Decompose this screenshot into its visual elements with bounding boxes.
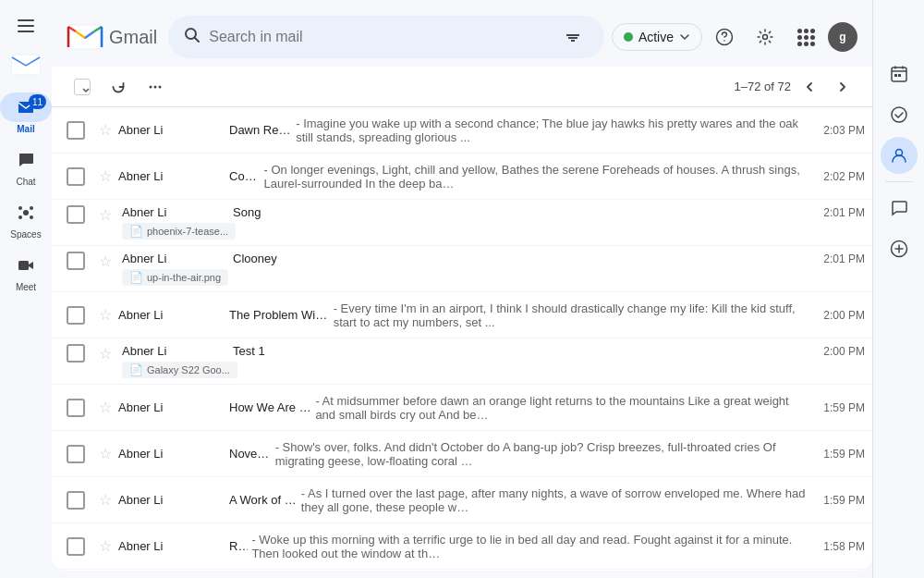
email-checkbox[interactable] bbox=[67, 205, 85, 224]
pagination-info: 1–72 of 72 bbox=[735, 80, 791, 93]
email-row[interactable]: ☆ Abner Li November - Show's over, folks… bbox=[52, 431, 872, 477]
attachment-name: up-in-the-air.png bbox=[147, 272, 221, 283]
email-row[interactable]: ☆ Abner Li A Work of Fiction - As I turn… bbox=[52, 477, 872, 523]
search-bar[interactable] bbox=[168, 16, 604, 58]
email-checkbox[interactable] bbox=[67, 121, 85, 140]
settings-button[interactable] bbox=[747, 18, 784, 55]
search-input[interactable] bbox=[209, 29, 556, 45]
email-row[interactable]: ☆ Abner Li Song 2:01 PM 📄 phoenix-7-teas… bbox=[52, 200, 872, 246]
refresh-button[interactable] bbox=[102, 70, 135, 104]
email-toolbar: 1–72 of 72 bbox=[52, 67, 872, 107]
svg-point-16 bbox=[154, 85, 157, 88]
chat-panel-icon[interactable] bbox=[881, 190, 918, 227]
svg-rect-20 bbox=[898, 74, 901, 77]
email-subject: Test 1 bbox=[233, 344, 265, 358]
email-subject: Dawn Revisited bbox=[229, 123, 292, 137]
star-button[interactable]: ☆ bbox=[96, 399, 115, 417]
email-checkbox[interactable] bbox=[67, 491, 85, 510]
svg-point-15 bbox=[150, 85, 152, 88]
star-button[interactable]: ☆ bbox=[96, 306, 115, 325]
avatar[interactable]: g bbox=[828, 22, 857, 52]
status-button[interactable]: Active bbox=[612, 23, 702, 51]
email-content: Coming - On longer evenings, Light, chil… bbox=[229, 163, 809, 191]
email-row[interactable]: ☆ Abner Li How We Are Spared - At midsum… bbox=[52, 385, 872, 431]
attachment-chip[interactable]: 📄 up-in-the-air.png bbox=[122, 269, 228, 286]
hamburger-button[interactable] bbox=[7, 7, 44, 44]
email-checkbox[interactable] bbox=[67, 399, 85, 417]
star-button[interactable]: ☆ bbox=[96, 537, 115, 556]
star-button[interactable]: ☆ bbox=[96, 445, 115, 463]
email-subject: A Work of Fiction bbox=[229, 493, 298, 507]
select-all-checkbox[interactable] bbox=[74, 79, 91, 95]
email-sender: Abner Li bbox=[122, 344, 233, 358]
sidebar-meet-label: Meet bbox=[16, 282, 36, 292]
calendar-icon[interactable] bbox=[881, 55, 918, 92]
attachment-chip[interactable]: 📄 phoenix-7-tease... bbox=[122, 223, 236, 240]
email-snippet: - As I turned over the last page, after … bbox=[301, 486, 809, 514]
sidebar-item-chat[interactable]: Chat bbox=[0, 141, 52, 191]
email-row[interactable]: ☆ Abner Li Clooney 2:01 PM 📄 up-in-the-a… bbox=[52, 246, 872, 292]
svg-point-13 bbox=[723, 40, 725, 42]
email-row[interactable]: ☆ Abner Li Coming - On longer evenings, … bbox=[52, 154, 872, 200]
apps-button[interactable] bbox=[787, 18, 824, 55]
attachment-area: 📄 phoenix-7-tease... bbox=[122, 221, 865, 240]
star-button[interactable]: ☆ bbox=[96, 491, 115, 510]
main-content: Gmail Active bbox=[52, 7, 872, 571]
email-body-top: Abner Li Test 1 2:00 PM bbox=[122, 344, 865, 358]
prev-page-button[interactable] bbox=[795, 72, 824, 102]
email-body: Abner Li Song 2:01 PM 📄 phoenix-7-tease.… bbox=[122, 205, 865, 240]
email-checkbox[interactable] bbox=[67, 167, 85, 186]
email-time: 2:00 PM bbox=[809, 345, 865, 358]
sidebar-item-spaces[interactable]: Spaces bbox=[0, 194, 52, 243]
attachment-name: phoenix-7-tease... bbox=[147, 226, 228, 237]
email-subject: How We Are Spared bbox=[229, 400, 311, 414]
help-button[interactable] bbox=[706, 18, 743, 55]
email-content: Clooney bbox=[233, 252, 809, 265]
svg-point-6 bbox=[30, 206, 33, 210]
email-subject: Coming bbox=[229, 169, 260, 183]
attachment-file-icon: 📄 bbox=[129, 225, 143, 238]
attachment-chip[interactable]: 📄 Galaxy S22 Goo... bbox=[122, 362, 237, 378]
star-button[interactable]: ☆ bbox=[96, 344, 115, 363]
email-content: A Work of Fiction - As I turned over the… bbox=[229, 486, 809, 514]
add-panel-button[interactable] bbox=[881, 230, 918, 267]
email-row[interactable]: ☆ Abner Li Rain - Woke up this morning w… bbox=[52, 523, 872, 570]
email-content: Rain - Woke up this morning with a terri… bbox=[229, 533, 809, 560]
email-row[interactable]: ☆ Abner Li Test 1 2:00 PM 📄 Galaxy S22 G… bbox=[52, 338, 872, 385]
svg-point-5 bbox=[18, 206, 22, 210]
svg-rect-19 bbox=[894, 74, 897, 77]
email-checkbox[interactable] bbox=[67, 306, 85, 325]
email-subject: Clooney bbox=[233, 252, 277, 265]
topbar: Gmail Active bbox=[52, 7, 872, 67]
email-checkbox[interactable] bbox=[67, 252, 85, 270]
email-row[interactable]: ☆ Abner Li The Problem With Travel - Eve… bbox=[52, 292, 872, 338]
next-page-button[interactable] bbox=[828, 72, 857, 102]
contacts-icon[interactable] bbox=[881, 137, 918, 174]
svg-point-4 bbox=[23, 210, 29, 215]
email-body-top: Abner Li Song 2:01 PM bbox=[122, 205, 865, 219]
more-options-button[interactable] bbox=[139, 70, 172, 104]
sidebar-item-meet[interactable]: Meet bbox=[0, 247, 52, 296]
email-checkbox[interactable] bbox=[67, 344, 85, 363]
tasks-icon[interactable] bbox=[881, 96, 918, 133]
search-filter-button[interactable] bbox=[556, 20, 590, 54]
email-snippet: - On longer evenings, Light, chill and y… bbox=[263, 163, 809, 191]
star-button[interactable]: ☆ bbox=[96, 167, 115, 186]
sidebar-item-mail[interactable]: 11 Mail bbox=[0, 89, 52, 138]
select-all-dropdown-icon bbox=[81, 86, 91, 95]
star-button[interactable]: ☆ bbox=[96, 205, 115, 224]
email-checkbox[interactable] bbox=[67, 445, 85, 463]
svg-point-7 bbox=[18, 215, 22, 219]
email-body: Abner Li Clooney 2:01 PM 📄 up-in-the-air… bbox=[122, 252, 865, 286]
email-checkbox[interactable] bbox=[67, 537, 85, 556]
star-button[interactable]: ☆ bbox=[96, 121, 115, 140]
svg-rect-2 bbox=[18, 31, 34, 32]
avatar-text: g bbox=[839, 31, 845, 43]
email-row[interactable]: ☆ Abner Li Dawn Revisited - Imagine you … bbox=[52, 107, 872, 154]
attachment-area: 📄 up-in-the-air.png bbox=[122, 267, 865, 286]
sidebar: 11 Mail Chat Spaces bbox=[0, 0, 52, 578]
star-button[interactable]: ☆ bbox=[96, 252, 115, 270]
email-row[interactable]: ☆ Abner Li Don't Hesitate - If you sudde… bbox=[52, 570, 872, 571]
email-subject: November bbox=[229, 447, 272, 461]
email-snippet: - Imagine you wake up with a second chan… bbox=[296, 117, 809, 144]
